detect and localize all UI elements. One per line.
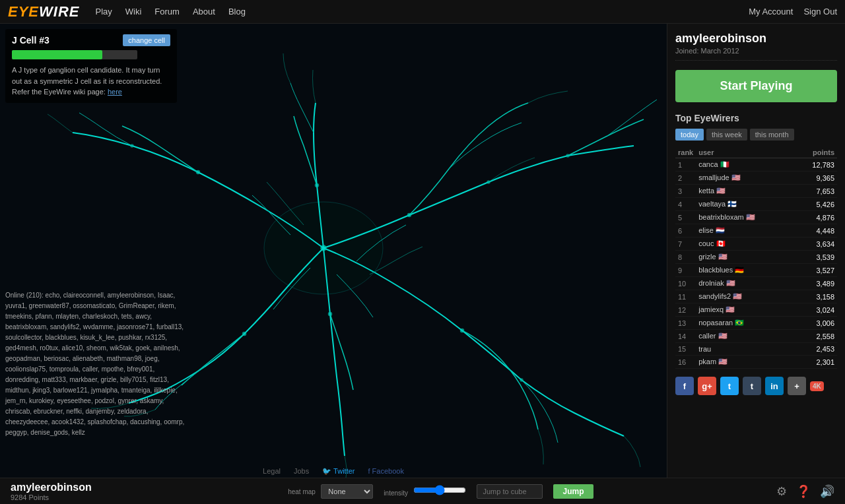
tab-this-week[interactable]: this week xyxy=(706,129,747,141)
heat-map-select[interactable]: None Standard Color xyxy=(321,484,373,499)
user-cell[interactable]: grizle 🇺🇸 xyxy=(696,251,794,264)
user-cell[interactable]: beatrixbloxam 🇺🇸 xyxy=(696,211,794,224)
cell-info: J Cell #3 change cell A J type of gangli… xyxy=(5,29,177,103)
start-playing-button[interactable]: Start Playing xyxy=(675,70,837,102)
bottom-bar: amyleerobinson 9284 Points heat map None… xyxy=(0,478,845,504)
rank-cell: 13 xyxy=(675,317,696,330)
footer-links: Legal Jobs 🐦 Twitter f Facebook xyxy=(0,466,667,476)
cell-wiki-link[interactable]: here xyxy=(108,88,122,96)
user-cell[interactable]: smalljude 🇺🇸 xyxy=(696,172,794,185)
points-cell: 4,876 xyxy=(794,211,837,224)
nav-play[interactable]: Play xyxy=(95,7,112,16)
footer-facebook[interactable]: f Facebook xyxy=(368,467,404,475)
user-cell[interactable]: sandylifs2 🇺🇸 xyxy=(696,290,794,303)
user-cell[interactable]: drolniak 🇺🇸 xyxy=(696,277,794,290)
jump-to-cube-input[interactable] xyxy=(477,484,543,499)
tumblr-icon[interactable]: t xyxy=(743,377,761,395)
nav-about[interactable]: About xyxy=(193,7,215,16)
nav-blog[interactable]: Blog xyxy=(228,7,246,16)
footer-jobs[interactable]: Jobs xyxy=(294,467,309,475)
more-social-icon[interactable]: + xyxy=(788,377,806,395)
table-row: 10 drolniak 🇺🇸 3,489 xyxy=(675,277,837,290)
rank-cell: 11 xyxy=(675,290,696,303)
table-row: 15 trau 2,453 xyxy=(675,343,837,356)
points-cell: 3,489 xyxy=(794,277,837,290)
user-cell[interactable]: canca 🇮🇹 xyxy=(696,158,794,172)
user-cell[interactable]: pkam 🇺🇸 xyxy=(696,356,794,369)
cell-header: J Cell #3 change cell xyxy=(12,34,170,46)
rank-cell: 15 xyxy=(675,343,696,356)
twitter-icon[interactable]: t xyxy=(720,377,739,395)
col-points: points xyxy=(794,147,837,158)
nav-sign-out[interactable]: Sign Out xyxy=(803,7,837,16)
heat-map-label: heat map xyxy=(288,488,316,495)
google-plus-icon[interactable]: g+ xyxy=(698,377,716,395)
points-cell: 2,558 xyxy=(794,330,837,343)
table-row: 5 beatrixbloxam 🇺🇸 4,876 xyxy=(675,211,837,224)
heat-map-control: heat map None Standard Color xyxy=(288,484,373,499)
user-cell[interactable]: caller 🇺🇸 xyxy=(696,330,794,343)
audio-icon[interactable]: 🔊 xyxy=(820,484,834,499)
nav-wiki[interactable]: Wiki xyxy=(125,7,142,16)
tab-today[interactable]: today xyxy=(675,129,704,141)
user-cell[interactable]: ketta 🇺🇸 xyxy=(696,185,794,198)
rank-cell: 9 xyxy=(675,264,696,277)
help-icon[interactable]: ❓ xyxy=(796,484,811,499)
top-navigation: EYEWIRE Play Wiki Forum About Blog My Ac… xyxy=(0,0,845,24)
rank-cell: 12 xyxy=(675,303,696,317)
leaderboard-table: rank user points 1 canca 🇮🇹 12,783 2 sma… xyxy=(675,147,837,369)
points-cell: 3,158 xyxy=(794,290,837,303)
user-cell[interactable]: trau xyxy=(696,343,794,356)
logo[interactable]: EYEWIRE xyxy=(8,3,79,20)
user-cell[interactable]: blackblues 🇩🇪 xyxy=(696,264,794,277)
intensity-slider[interactable] xyxy=(413,485,466,495)
profile-username: amyleerobinson xyxy=(675,32,837,46)
footer-twitter[interactable]: 🐦 Twitter xyxy=(322,467,355,476)
points-cell: 3,539 xyxy=(794,251,837,264)
social-row: f g+ t t in + 4K xyxy=(675,377,837,395)
rank-cell: 3 xyxy=(675,185,696,198)
svg-point-5 xyxy=(197,171,200,174)
progress-bar-fill xyxy=(12,50,102,59)
nav-forum[interactable]: Forum xyxy=(154,7,180,16)
change-cell-button[interactable]: change cell xyxy=(123,34,170,46)
table-row: 13 nopasaran 🇧🇷 3,006 xyxy=(675,317,837,330)
points-cell: 9,365 xyxy=(794,172,837,185)
facebook-icon[interactable]: f xyxy=(675,377,694,395)
leaderboard-title: Top EyeWirers xyxy=(675,113,837,123)
svg-point-11 xyxy=(131,144,133,147)
points-cell: 3,634 xyxy=(794,237,837,251)
nav-links: Play Wiki Forum About Blog xyxy=(95,7,749,16)
table-row: 16 pkam 🇺🇸 2,301 xyxy=(675,356,837,369)
svg-point-9 xyxy=(566,154,569,157)
svg-point-2 xyxy=(321,245,326,251)
points-cell: 7,653 xyxy=(794,185,837,198)
user-cell[interactable]: couc 🇨🇦 xyxy=(696,237,794,251)
rank-cell: 5 xyxy=(675,211,696,224)
jump-button[interactable]: Jump xyxy=(553,484,593,499)
user-cell[interactable]: elise 🇳🇱 xyxy=(696,224,794,237)
bottom-points: 9284 Points xyxy=(11,493,92,501)
rank-cell: 14 xyxy=(675,330,696,343)
bottom-user: amyleerobinson 9284 Points xyxy=(11,482,92,501)
online-users: Online (210): echo, claireoconnell, amyl… xyxy=(5,290,190,438)
table-row: 6 elise 🇳🇱 4,448 xyxy=(675,224,837,237)
user-cell[interactable]: vaeltaya 🇫🇮 xyxy=(696,198,794,211)
cell-title: J Cell #3 xyxy=(12,35,50,46)
rank-cell: 10 xyxy=(675,277,696,290)
linkedin-icon[interactable]: in xyxy=(765,377,784,395)
table-row: 9 blackblues 🇩🇪 3,527 xyxy=(675,264,837,277)
intensity-control: intensity xyxy=(384,485,466,498)
rank-cell: 4 xyxy=(675,198,696,211)
points-cell: 2,453 xyxy=(794,343,837,356)
user-cell[interactable]: nopasaran 🇧🇷 xyxy=(696,317,794,330)
nav-my-account[interactable]: My Account xyxy=(749,7,793,16)
user-cell[interactable]: jamiexq 🇺🇸 xyxy=(696,303,794,317)
points-cell: 5,426 xyxy=(794,198,837,211)
points-cell: 3,024 xyxy=(794,303,837,317)
points-cell: 12,783 xyxy=(794,158,837,172)
leaderboard-tabs: today this week this month xyxy=(675,129,837,141)
tab-this-month[interactable]: this month xyxy=(750,129,794,141)
settings-icon[interactable]: ⚙ xyxy=(776,484,787,499)
footer-legal[interactable]: Legal xyxy=(263,467,281,475)
